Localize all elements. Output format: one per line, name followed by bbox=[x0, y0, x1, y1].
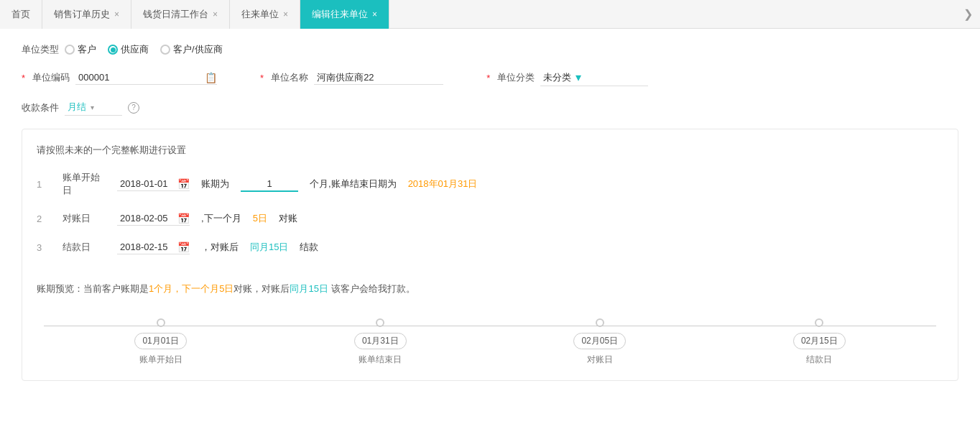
tab-edit-partner[interactable]: 编辑往来单位 × bbox=[300, 0, 389, 29]
timeline-sublabel-3: 结款日 bbox=[806, 354, 832, 366]
row-2-date-wrapper: 📅 bbox=[117, 211, 190, 226]
payment-row: 收款条件 月结 ▾ ? bbox=[22, 99, 958, 116]
row-3-label: 结款日 bbox=[63, 241, 106, 254]
settings-panel: 请按照未来的一个完整帐期进行设置 1 账单开始日 📅 账期为 个月,账单结束日期… bbox=[22, 129, 958, 381]
unit-code-input-wrapper: 📋 bbox=[75, 70, 217, 85]
row-1-suffix-after: 个月,账单结束日期为 bbox=[310, 178, 397, 190]
tab-partner[interactable]: 往来单位 × bbox=[230, 0, 300, 29]
row-1-label: 账单开始日 bbox=[63, 171, 106, 197]
payment-group: 收款条件 月结 ▾ ? bbox=[22, 99, 139, 116]
name-required-star: * bbox=[260, 73, 264, 83]
preview-label: 账期预览：当前客户账期是 bbox=[37, 283, 149, 294]
unit-code-label: 单位编码 bbox=[32, 71, 70, 84]
row-3-num: 3 bbox=[37, 242, 51, 253]
payment-value: 月结 bbox=[68, 101, 86, 114]
row-1-num: 1 bbox=[37, 179, 51, 190]
radio-supplier-label: 供应商 bbox=[121, 43, 149, 56]
unit-class-value: 未分类 bbox=[543, 71, 571, 84]
timeline-sublabel-1: 账单结束日 bbox=[359, 354, 402, 366]
row-3-highlight: 同月15日 bbox=[250, 241, 288, 254]
timeline-sublabel-0: 账单开始日 bbox=[139, 354, 182, 366]
class-required-star: * bbox=[486, 73, 490, 83]
row-2-highlight: 5日 bbox=[253, 212, 267, 225]
radio-both-label: 客户/供应商 bbox=[173, 43, 223, 56]
setting-row-1: 1 账单开始日 📅 账期为 个月,账单结束日期为 2018年01月31日 bbox=[37, 171, 943, 197]
close-edit-partner-icon[interactable]: × bbox=[372, 9, 377, 19]
timeline-item-3: 02月15日 结款日 bbox=[710, 318, 930, 366]
timeline-dot-2 bbox=[596, 318, 604, 327]
timeline-badge-0: 01月01日 bbox=[134, 333, 187, 349]
code-name-row: * 单位编码 📋 * 单位名称 * 单位分类 未分类 ▾ bbox=[22, 69, 958, 86]
tab-sales-history-label: 销售订单历史 bbox=[54, 8, 110, 21]
unit-code-input[interactable] bbox=[75, 70, 202, 84]
row-2-label: 对账日 bbox=[63, 212, 106, 225]
tab-home[interactable]: 首页 bbox=[0, 0, 42, 29]
radio-both[interactable]: 客户/供应商 bbox=[160, 43, 223, 56]
period-input[interactable] bbox=[241, 177, 298, 192]
preview-end: 同月15日 bbox=[290, 283, 328, 294]
unit-class-select[interactable]: 未分类 ▾ bbox=[540, 69, 648, 86]
content-area: 单位类型 客户 供应商 客户/供应商 * 单位编码 bbox=[0, 29, 980, 437]
preview-tail: 该客户会给我打款。 bbox=[331, 283, 415, 294]
close-cash-work-icon[interactable]: × bbox=[213, 9, 218, 19]
row-3-calendar-icon[interactable]: 📅 bbox=[177, 242, 190, 253]
radio-group: 客户 供应商 客户/供应商 bbox=[65, 43, 223, 56]
radio-both-circle bbox=[160, 45, 170, 55]
unit-type-label: 单位类型 bbox=[22, 43, 59, 56]
unit-code-book-icon[interactable]: 📋 bbox=[205, 72, 217, 83]
timeline-sublabel-2: 对账日 bbox=[587, 354, 613, 366]
row-1-highlight-date: 2018年01月31日 bbox=[408, 178, 478, 190]
timeline-dot-0 bbox=[157, 318, 165, 327]
row-1-calendar-icon[interactable]: 📅 bbox=[177, 178, 190, 190]
timeline-badge-3: 02月15日 bbox=[793, 333, 846, 349]
tab-edit-partner-label: 编辑往来单位 bbox=[312, 8, 368, 21]
radio-supplier-circle bbox=[108, 45, 118, 55]
row-2-prefix: ,下一个月 bbox=[201, 212, 241, 225]
unit-class-label: 单位分类 bbox=[497, 71, 535, 84]
row-2-suffix: 对账 bbox=[279, 212, 297, 225]
payment-help-icon[interactable]: ? bbox=[128, 102, 139, 114]
payment-select[interactable]: 月结 ▾ bbox=[65, 99, 122, 116]
panel-title: 请按照未来的一个完整帐期进行设置 bbox=[37, 144, 943, 157]
class-dropdown-arrow: ▾ bbox=[575, 70, 581, 84]
row-3-suffix: 结款 bbox=[300, 241, 318, 254]
timeline-badge-2: 02月05日 bbox=[573, 333, 626, 349]
row-2-num: 2 bbox=[37, 213, 51, 224]
setting-row-3: 3 结款日 📅 ，对账后 同月15日 结款 bbox=[37, 240, 943, 254]
timeline-dot-3 bbox=[815, 318, 823, 327]
close-partner-icon[interactable]: × bbox=[283, 9, 288, 19]
close-sales-history-icon[interactable]: × bbox=[114, 9, 119, 19]
preview-section: 账期预览：当前客户账期是1个月，下一个月5日对账，对账后同月15日 该客户会给我… bbox=[37, 269, 943, 366]
unit-type-group: 单位类型 客户 供应商 客户/供应商 bbox=[22, 43, 223, 56]
radio-customer-circle bbox=[65, 45, 75, 55]
tab-expand-icon[interactable]: ❯ bbox=[956, 7, 980, 21]
setting-row-2: 2 对账日 📅 ,下一个月5日 对账 bbox=[37, 211, 943, 226]
tab-sales-history[interactable]: 销售订单历史 × bbox=[42, 0, 131, 29]
unit-name-input[interactable] bbox=[314, 70, 443, 85]
timeline-item-2: 02月05日 对账日 bbox=[490, 318, 710, 366]
payment-dropdown-arrow: ▾ bbox=[91, 104, 94, 111]
row-1-date-input[interactable] bbox=[117, 177, 175, 190]
row-3-date-wrapper: 📅 bbox=[117, 240, 190, 254]
preview-mid2: 对账，对账后 bbox=[234, 283, 290, 294]
payment-label: 收款条件 bbox=[22, 101, 59, 114]
unit-type-row: 单位类型 客户 供应商 客户/供应商 bbox=[22, 43, 958, 56]
tab-partner-label: 往来单位 bbox=[241, 8, 279, 21]
timeline-badge-1: 01月31日 bbox=[354, 333, 407, 349]
tab-bar: 首页 销售订单历史 × 钱货日清工作台 × 往来单位 × 编辑往来单位 × ❯ bbox=[0, 0, 980, 29]
row-1-date-wrapper: 📅 bbox=[117, 177, 190, 191]
tab-home-label: 首页 bbox=[11, 8, 30, 21]
row-3-prefix: ，对账后 bbox=[201, 241, 239, 254]
unit-code-group: * 单位编码 📋 bbox=[22, 70, 217, 85]
timeline-item-0: 01月01日 账单开始日 bbox=[51, 318, 271, 366]
tab-cash-work[interactable]: 钱货日清工作台 × bbox=[131, 0, 230, 29]
row-2-date-input[interactable] bbox=[117, 211, 175, 225]
radio-customer-label: 客户 bbox=[78, 43, 96, 56]
row-1-suffix-before: 账期为 bbox=[201, 178, 229, 190]
row-3-date-input[interactable] bbox=[117, 240, 175, 254]
radio-supplier[interactable]: 供应商 bbox=[108, 43, 149, 56]
radio-customer[interactable]: 客户 bbox=[65, 43, 96, 56]
row-2-calendar-icon[interactable]: 📅 bbox=[177, 213, 190, 224]
timeline-item-1: 01月31日 账单结束日 bbox=[271, 318, 491, 366]
preview-mid: 下一个月5日 bbox=[182, 283, 234, 294]
